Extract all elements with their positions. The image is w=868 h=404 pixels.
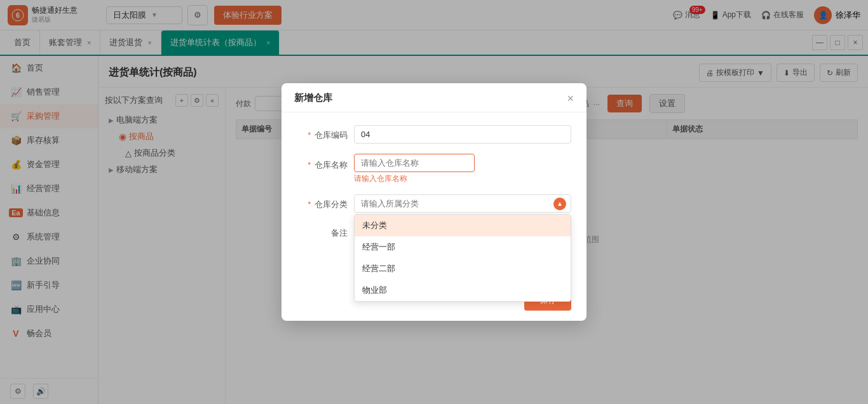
name-input[interactable] [354, 154, 475, 172]
dropdown-toggle-btn[interactable]: ▲ [553, 198, 566, 210]
category-dropdown-list: 未分类 经营一部 经营二部 物业部 [354, 214, 571, 302]
dropdown-item-ops1[interactable]: 经营一部 [355, 236, 571, 258]
form-row-category: * 仓库分类 ▲ 未分类 经营一部 经营二部 物业部 [297, 194, 571, 213]
category-dropdown-wrapper: ▲ 未分类 经营一部 经营二部 物业部 [354, 194, 571, 213]
dialog-title: 新增仓库 [294, 92, 332, 104]
name-error-msg: 请输入仓库名称 [354, 174, 407, 183]
dialog-new-warehouse: 新增仓库 × * 仓库编码 * 仓库名称 [281, 83, 587, 321]
note-label: 备注 [297, 223, 348, 239]
dropdown-item-ops2[interactable]: 经营二部 [355, 258, 571, 279]
code-required: * [308, 130, 311, 140]
category-label-text: 仓库分类 [315, 199, 348, 209]
code-input[interactable] [354, 125, 571, 144]
category-input[interactable] [354, 194, 571, 213]
code-label: * 仓库编码 [297, 125, 348, 141]
name-label: * 仓库名称 [297, 155, 348, 171]
modal-overlay[interactable]: 新增仓库 × * 仓库编码 * 仓库名称 [0, 0, 868, 404]
name-required: * [308, 160, 311, 170]
form-row-name: * 仓库名称 请输入仓库名称 [297, 154, 571, 184]
name-label-text: 仓库名称 [315, 160, 348, 170]
category-label: * 仓库分类 [297, 194, 348, 210]
code-label-text: 仓库编码 [315, 130, 348, 140]
dropdown-item-uncategorized[interactable]: 未分类 [355, 215, 571, 236]
dialog-header: 新增仓库 × [281, 83, 587, 112]
dropdown-item-property[interactable]: 物业部 [355, 279, 571, 301]
dialog-close-btn[interactable]: × [567, 93, 574, 104]
form-row-code: * 仓库编码 [297, 125, 571, 144]
note-label-text: 备注 [331, 228, 348, 238]
dialog-body: * 仓库编码 * 仓库名称 请输入仓库名称 [281, 112, 587, 284]
category-required: * [308, 199, 311, 209]
